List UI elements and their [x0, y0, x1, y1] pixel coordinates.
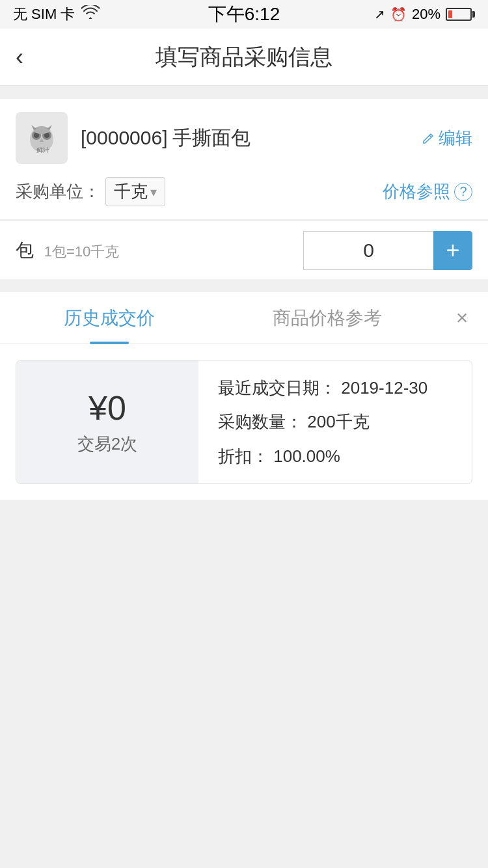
tab-close-button[interactable]: ×: [436, 292, 488, 344]
unit-row-left: 采购单位： 千克 ▾: [16, 177, 165, 206]
back-button[interactable]: ‹: [16, 44, 23, 71]
history-trades: 交易2次: [77, 433, 137, 455]
battery-icon: [446, 8, 475, 21]
product-id: [0000006]: [81, 127, 167, 148]
status-bar: 无 SIM 卡 下午6:12 ↗ ⏰ 20%: [0, 0, 488, 29]
product-image: 鲜汁: [16, 112, 68, 164]
page-title: 填写商品采购信息: [156, 42, 332, 72]
svg-text:鲜汁: 鲜汁: [36, 146, 49, 154]
status-left: 无 SIM 卡: [13, 5, 100, 24]
history-discount-value: 100.00%: [273, 446, 340, 466]
price-ref-label: 价格参照: [383, 180, 450, 203]
status-right: ↗ ⏰ 20%: [374, 6, 475, 23]
history-price: ¥0: [88, 388, 126, 427]
main-content: [0, 500, 488, 868]
history-content: ¥0 交易2次 最近成交日期： 2019-12-30 采购数量： 200千克 折…: [0, 344, 488, 500]
history-quantity-label: 采购数量：: [218, 412, 303, 431]
quantity-unit: 包: [16, 240, 34, 260]
product-info: 鲜汁 [0000006] 手撕面包: [16, 112, 251, 164]
battery-percent: 20%: [412, 6, 441, 23]
quantity-conversion: 1包=10千克: [44, 243, 120, 260]
tab-bar: 历史成交价 商品价格参考 ×: [0, 292, 488, 344]
quantity-label-container: 包 1包=10千克: [16, 238, 119, 263]
price-ref-button[interactable]: 价格参照 ?: [383, 180, 472, 203]
unit-label: 采购单位：: [16, 180, 100, 203]
tab-history-label: 历史成交价: [64, 306, 155, 331]
product-unit-row: 采购单位： 千克 ▾ 价格参照 ?: [16, 177, 472, 206]
carrier-label: 无 SIM 卡: [13, 5, 75, 24]
tab-section: 历史成交价 商品价格参考 × ¥0 交易2次 最近成交日期： 2019-12-3…: [0, 292, 488, 500]
unit-selector[interactable]: 千克 ▾: [105, 177, 165, 206]
history-date-row: 最近成交日期： 2019-12-30: [218, 376, 452, 400]
quantity-control: +: [303, 231, 472, 270]
quantity-input[interactable]: [303, 231, 433, 270]
history-discount-label: 折扣：: [218, 446, 269, 466]
alarm-icon: ⏰: [390, 7, 407, 22]
product-name: 手撕面包: [172, 127, 251, 148]
history-quantity-value: 200千克: [307, 412, 369, 431]
quantity-plus-button[interactable]: +: [433, 231, 472, 270]
history-card: ¥0 交易2次 最近成交日期： 2019-12-30 采购数量： 200千克 折…: [16, 360, 472, 484]
location-icon: ↗: [374, 7, 385, 22]
product-header: 鲜汁 [0000006] 手撕面包 编辑: [16, 112, 472, 164]
dropdown-arrow: ▾: [150, 184, 157, 200]
product-name-container: [0000006] 手撕面包: [81, 125, 251, 152]
history-date-value: 2019-12-30: [341, 378, 427, 398]
tab-product-ref-label: 商品价格参考: [273, 306, 382, 331]
unit-value: 千克: [114, 180, 148, 203]
edit-label: 编辑: [439, 127, 472, 150]
tab-product-price-ref[interactable]: 商品价格参考: [218, 292, 436, 344]
edit-button[interactable]: 编辑: [422, 127, 472, 150]
history-discount-row: 折扣： 100.00%: [218, 444, 452, 468]
status-time: 下午6:12: [208, 2, 280, 27]
price-ref-icon: ?: [454, 183, 472, 201]
svg-point-6: [34, 126, 49, 134]
tab-history-price[interactable]: 历史成交价: [0, 292, 218, 344]
history-card-right: 最近成交日期： 2019-12-30 采购数量： 200千克 折扣： 100.0…: [198, 360, 472, 483]
history-date-label: 最近成交日期：: [218, 378, 336, 398]
product-section: 鲜汁 [0000006] 手撕面包 编辑 采购单位： 千克 ▾ 价格参照: [0, 99, 488, 219]
history-quantity-row: 采购数量： 200千克: [218, 410, 452, 433]
wifi-icon: [81, 5, 100, 23]
history-card-left: ¥0 交易2次: [16, 360, 198, 483]
quantity-section: 包 1包=10千克 +: [0, 221, 488, 279]
nav-bar: ‹ 填写商品采购信息: [0, 29, 488, 86]
